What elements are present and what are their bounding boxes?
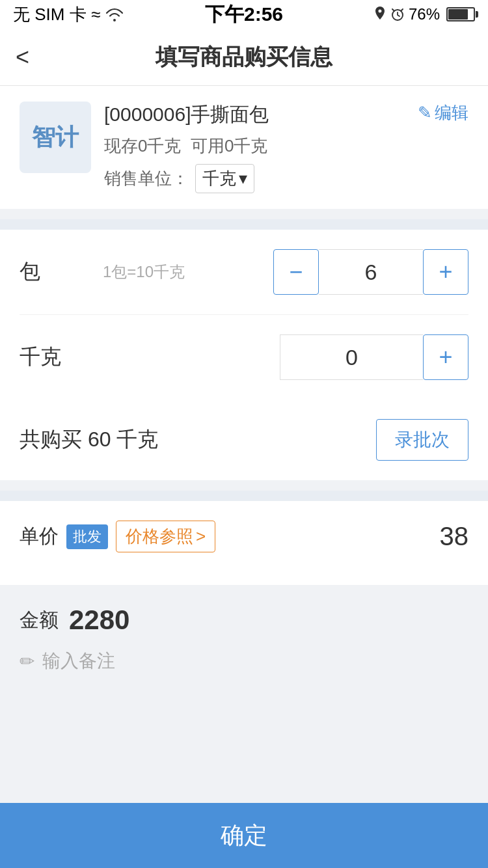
pack-minus-button[interactable]: − xyxy=(273,249,319,295)
price-tag: 批发 xyxy=(66,524,108,549)
kg-controls: + xyxy=(280,334,468,380)
edit-button[interactable]: ✎ 编辑 xyxy=(418,102,468,124)
section-divider-2 xyxy=(0,491,488,501)
amount-value: 2280 xyxy=(69,604,129,636)
total-text: 共购买 60 千克 xyxy=(20,426,158,454)
edit-icon: ✎ xyxy=(418,103,432,123)
pack-plus-button[interactable]: + xyxy=(423,249,468,295)
unit-select[interactable]: 千克 ▾ xyxy=(195,164,254,193)
confirm-button[interactable]: 确定 xyxy=(0,803,488,868)
no-sim-text: 无 SIM 卡 ≈ xyxy=(13,3,100,26)
amount-section: 金额 2280 ✏ 输入备注 xyxy=(0,585,488,803)
total-row: 共购买 60 千克 录批次 xyxy=(0,400,488,480)
kg-plus-button[interactable]: + xyxy=(423,334,468,380)
product-image: 智计 xyxy=(20,102,91,173)
batch-button[interactable]: 录批次 xyxy=(376,419,468,461)
pack-controls: − + xyxy=(273,249,468,295)
pack-input[interactable] xyxy=(319,249,423,295)
product-name: [0000006]手撕面包 xyxy=(104,102,405,128)
wifi-icon xyxy=(105,7,124,21)
pack-hint: 1包=10千克 xyxy=(103,262,185,282)
price-row: 单价 批发 价格参照 > 38 xyxy=(20,521,468,552)
status-right: 76% xyxy=(373,5,475,23)
chevron-right-icon: > xyxy=(196,526,206,547)
pack-label: 包 xyxy=(20,258,98,286)
back-button[interactable]: < xyxy=(16,44,29,71)
product-card: 智计 [0000006]手撕面包 现存0千克 可用0千克 销售单位： 千克 ▾ … xyxy=(0,86,488,209)
kg-input[interactable] xyxy=(280,334,423,380)
remark-row[interactable]: ✏ 输入备注 xyxy=(20,649,468,673)
content: 智计 [0000006]手撕面包 现存0千克 可用0千克 销售单位： 千克 ▾ … xyxy=(0,86,488,803)
product-stock: 现存0千克 可用0千克 xyxy=(104,135,405,157)
product-logo: 智计 xyxy=(32,122,79,154)
amount-row: 金额 2280 xyxy=(20,604,468,636)
battery-percent: 76% xyxy=(409,5,440,23)
product-actions: ✎ 编辑 xyxy=(418,102,468,124)
status-time: 下午2:56 xyxy=(205,1,283,28)
remark-placeholder: 输入备注 xyxy=(42,649,115,673)
product-info: [0000006]手撕面包 现存0千克 可用0千克 销售单位： 千克 ▾ xyxy=(104,102,405,193)
remark-icon: ✏ xyxy=(20,651,34,672)
price-section: 单价 批发 价格参照 > 38 xyxy=(0,501,488,585)
kg-input-row: 千克 + xyxy=(20,315,468,400)
nav-bar: < 填写商品购买信息 xyxy=(0,29,488,86)
pack-input-row: 包 1包=10千克 − + xyxy=(20,230,468,315)
battery-icon xyxy=(446,7,475,21)
kg-label: 千克 xyxy=(20,343,98,372)
input-section: 包 1包=10千克 − + 千克 + xyxy=(0,230,488,400)
location-icon xyxy=(373,7,386,22)
status-left: 无 SIM 卡 ≈ xyxy=(13,3,124,26)
product-unit-row: 销售单位： 千克 ▾ xyxy=(104,164,405,193)
amount-label: 金额 xyxy=(20,607,59,634)
price-value: 38 xyxy=(440,522,469,551)
chevron-down-icon: ▾ xyxy=(239,169,247,189)
price-label: 单价 xyxy=(20,523,59,550)
price-ref-button[interactable]: 价格参照 > xyxy=(116,521,215,552)
alarm-icon xyxy=(390,7,405,22)
price-label-group: 单价 批发 价格参照 > xyxy=(20,521,215,552)
status-bar: 无 SIM 卡 ≈ 下午2:56 76% xyxy=(0,0,488,29)
page-title: 填写商品购买信息 xyxy=(156,42,332,72)
section-divider-1 xyxy=(0,219,488,230)
